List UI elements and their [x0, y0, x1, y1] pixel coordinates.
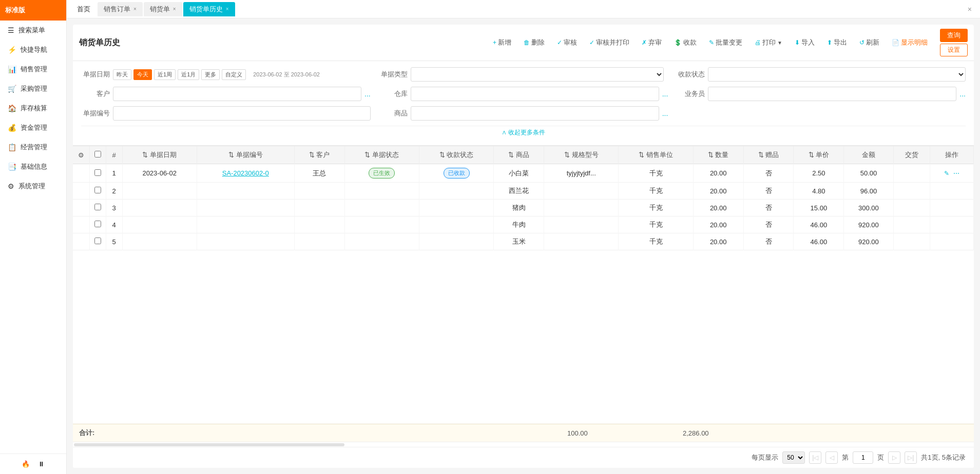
- goods-column-header[interactable]: ⇅ 商品: [494, 146, 544, 164]
- next-page-button[interactable]: ▷: [888, 451, 900, 464]
- num-column-header: #: [106, 146, 122, 164]
- horizontal-scrollbar[interactable]: [73, 442, 974, 447]
- warehouse-picker[interactable]: ...: [662, 90, 668, 98]
- tabs-bar: 首页 销售订单 × 销货单 × 销货单历史 × ×: [67, 0, 980, 18]
- sidebar-item-inventory[interactable]: 🏠 库存核算: [0, 98, 66, 118]
- toolbar: + 新增 🗑 删除 ✓ 审核 ✓ 审核并打印: [489, 29, 968, 56]
- sidebar-item-finance[interactable]: 💰 资金管理: [0, 118, 66, 137]
- doc-status-cell: [344, 233, 419, 250]
- checkbox-cell[interactable]: [89, 183, 106, 200]
- quantity-column-header[interactable]: ⇅ 数量: [693, 146, 743, 164]
- purchase-icon: 🛒: [8, 85, 16, 93]
- last-page-button[interactable]: ▷|: [905, 451, 917, 464]
- sidebar-item-basic[interactable]: 📑 基础信息: [0, 157, 66, 176]
- discard-button[interactable]: ✗ 弃审: [638, 36, 666, 49]
- row-checkbox[interactable]: [94, 204, 101, 210]
- import-button[interactable]: ⬇ 导入: [791, 36, 819, 49]
- sidebar-item-search[interactable]: ☰ 搜索菜单: [0, 21, 66, 40]
- row-checkbox[interactable]: [94, 187, 101, 193]
- first-page-button[interactable]: |◁: [809, 451, 821, 464]
- delete-button[interactable]: 🗑 删除: [520, 36, 549, 49]
- fire-icon[interactable]: 🔥: [22, 460, 30, 468]
- pause-icon[interactable]: ⏸: [38, 460, 45, 468]
- spec-column-header[interactable]: ⇅ 规格型号: [544, 146, 619, 164]
- row-checkbox[interactable]: [94, 169, 101, 176]
- checkbox-cell[interactable]: [89, 200, 106, 216]
- checkbox-cell[interactable]: [89, 164, 106, 183]
- sidebar-item-shortcut[interactable]: ⚡ 快捷导航: [0, 40, 66, 60]
- tab-sales-delivery[interactable]: 销货单 ×: [144, 2, 182, 16]
- sidebar-item-system[interactable]: ⚙ 系统管理: [0, 176, 66, 196]
- sidebar-item-purchase[interactable]: 🛒 采购管理: [0, 79, 66, 98]
- checkbox-cell[interactable]: [89, 233, 106, 250]
- checkbox-cell[interactable]: [89, 216, 106, 233]
- doc-no-input[interactable]: [113, 106, 371, 121]
- page-number-input[interactable]: [853, 451, 873, 464]
- row-checkbox[interactable]: [94, 238, 101, 244]
- salesperson-input[interactable]: [708, 87, 956, 101]
- custom-btn[interactable]: 自定义: [222, 69, 246, 80]
- query-button[interactable]: 查询: [940, 29, 968, 42]
- settings-button[interactable]: 设置: [940, 44, 968, 56]
- sidebar-item-operation[interactable]: 📋 经营管理: [0, 137, 66, 157]
- finance-icon: 💰: [8, 124, 16, 132]
- show-detail-button[interactable]: 📄 显示明细: [888, 36, 932, 49]
- settings-column-header[interactable]: ⚙: [73, 146, 89, 164]
- payment-status-column-header[interactable]: ⇅ 收款状态: [419, 146, 493, 164]
- salesperson-picker[interactable]: ...: [959, 90, 966, 98]
- gift-column-header[interactable]: ⇅ 赠品: [743, 146, 794, 164]
- approve-print-button[interactable]: ✓ 审核并打印: [585, 36, 633, 49]
- print-button[interactable]: 🖨 打印 ▼: [751, 36, 786, 49]
- sales-icon: 📊: [8, 65, 16, 73]
- batch-change-button[interactable]: ✎ 批量变更: [705, 36, 746, 49]
- tab-sales-history[interactable]: 销货单历史 ×: [183, 2, 235, 16]
- close-sales-order-tab[interactable]: ×: [133, 6, 137, 12]
- doc-date-column-header[interactable]: ⇅ 单据日期: [122, 146, 197, 164]
- operation-icon: 📋: [8, 143, 16, 151]
- new-button[interactable]: + 新增: [489, 36, 515, 49]
- more-btn[interactable]: 更多: [201, 69, 220, 80]
- payment-status-select[interactable]: [708, 67, 966, 82]
- export-button[interactable]: ⬆ 导出: [823, 36, 851, 49]
- payment-status-cell: [419, 183, 493, 200]
- customer-picker[interactable]: ...: [364, 90, 371, 98]
- approve-button[interactable]: ✓ 审核: [553, 36, 581, 49]
- tab-home[interactable]: 首页: [71, 2, 97, 16]
- row-checkbox[interactable]: [94, 221, 101, 227]
- close-sales-delivery-tab[interactable]: ×: [173, 6, 176, 12]
- doc-status-column-header[interactable]: ⇅ 单据状态: [344, 146, 419, 164]
- goods-input[interactable]: [411, 106, 659, 121]
- customer-input[interactable]: [113, 87, 361, 101]
- collapse-filters-button[interactable]: ∧ 收起更多条件: [81, 126, 966, 139]
- more-op-button[interactable]: ⋯: [952, 170, 960, 177]
- checkbox-column-header[interactable]: [89, 146, 106, 164]
- spec-cell: [544, 183, 619, 200]
- per-page-select[interactable]: 50: [782, 451, 805, 464]
- refresh-button[interactable]: ↺ 刷新: [855, 36, 883, 49]
- doc-type-select[interactable]: [411, 67, 664, 82]
- collect-button[interactable]: 💲 收款: [670, 36, 701, 49]
- doc-no-column-header[interactable]: ⇅ 单据编号: [197, 146, 294, 164]
- sales-unit-column-header[interactable]: ⇅ 销售单位: [619, 146, 693, 164]
- yesterday-btn[interactable]: 昨天: [113, 69, 131, 80]
- select-all-checkbox[interactable]: [94, 151, 101, 157]
- warehouse-input[interactable]: [411, 87, 659, 101]
- close-all-tabs[interactable]: ×: [964, 5, 976, 13]
- prev-page-button[interactable]: ◁: [825, 451, 838, 464]
- edit-op-button[interactable]: ✎: [943, 170, 950, 177]
- doc-no-link[interactable]: SA-20230602-0: [222, 169, 269, 177]
- customer-column-header[interactable]: ⇅ 客户: [294, 146, 344, 164]
- unit-price-column-header[interactable]: ⇅ 单价: [794, 146, 844, 164]
- doc-no-filter: 单据编号: [81, 106, 371, 121]
- goods-picker[interactable]: ...: [662, 109, 668, 117]
- sidebar-item-sales[interactable]: 📊 销售管理: [0, 60, 66, 79]
- close-sales-history-tab[interactable]: ×: [226, 6, 229, 12]
- page-label-prefix: 第: [842, 453, 849, 462]
- salesperson-filter: 业务员 ...: [676, 87, 966, 101]
- last7-btn[interactable]: 近1周: [154, 69, 176, 80]
- today-btn[interactable]: 今天: [133, 69, 152, 80]
- doc-no-cell: [197, 216, 294, 233]
- system-icon: ⚙: [8, 182, 14, 190]
- tab-sales-order[interactable]: 销售订单 ×: [98, 2, 143, 16]
- last30-btn[interactable]: 近1月: [178, 69, 199, 80]
